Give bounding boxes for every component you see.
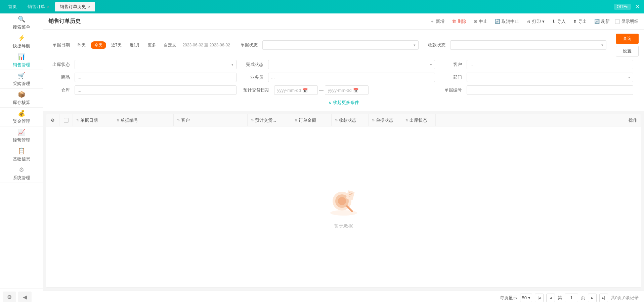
th-out-status[interactable]: ⇅ 出库状态: [402, 114, 436, 126]
date-btn-7days[interactable]: 近7天: [108, 41, 125, 49]
th-bill-status[interactable]: ⇅ 单据状态: [369, 114, 402, 126]
bill-no-label: 单据编号: [440, 87, 465, 93]
sidebar-item-quicknav[interactable]: ⚡ 快捷导航: [0, 32, 43, 51]
page-label-after: 页: [581, 295, 585, 301]
tab-sales-order[interactable]: 销售订单 ×: [23, 2, 54, 11]
display-dense-toggle[interactable]: 显示明细: [615, 18, 639, 25]
select-all-checkbox[interactable]: [64, 118, 69, 123]
sidebar-item-sales-label: 销售管理: [13, 62, 30, 68]
delivery-date-range: yyyy-mm-dd 📅 — yyyy-mm-dd 📅: [274, 85, 369, 95]
refresh-icon: 🔄: [594, 19, 600, 24]
th-customer[interactable]: ⇅ 客户: [174, 114, 248, 126]
tab-sales-order-close[interactable]: ×: [47, 5, 49, 9]
base-icon: 📋: [18, 147, 25, 155]
export-label: 导出: [578, 18, 587, 25]
import-label: 导入: [557, 18, 566, 25]
export-button[interactable]: ⬆ 导出: [571, 17, 589, 26]
tab-sales-order-history-close[interactable]: ×: [88, 5, 90, 9]
import-button[interactable]: ⬇ 导入: [550, 17, 568, 26]
product-input[interactable]: ...: [75, 73, 237, 82]
th-date[interactable]: ⇅ 单据日期: [73, 114, 113, 126]
salesman-input[interactable]: ...: [268, 73, 435, 82]
out-status-chevron-icon: ▾: [231, 63, 233, 67]
filter-dept-cell: 部门 ▾: [440, 73, 634, 82]
delivery-start-value: yyyy-mm-dd: [277, 88, 301, 93]
current-page-input[interactable]: [565, 294, 578, 302]
receipt-status-select[interactable]: ▾: [450, 40, 606, 50]
delivery-end-input[interactable]: yyyy-mm-dd 📅: [325, 85, 369, 95]
bill-no-input[interactable]: [467, 85, 634, 95]
th-customer-label: 客户: [181, 117, 190, 123]
tab-home[interactable]: 首页: [3, 2, 22, 11]
sort-date-icon: ⇅: [76, 118, 79, 122]
sidebar-item-search[interactable]: 🔍 搜索菜单: [0, 13, 43, 32]
filter-date-cell: 单据日期 昨天 今天 近7天 近1月 更多 自定义 2023-06-02 至 2…: [48, 41, 231, 49]
settings-button[interactable]: 设置: [616, 46, 639, 56]
last-page-button[interactable]: ▸|: [599, 294, 608, 302]
filter-row-3: 商品 ... 业务员 ... 部门 ▾: [48, 73, 639, 82]
th-receipt-status[interactable]: ⇅ 收款状态: [332, 114, 369, 126]
first-page-button[interactable]: |◂: [535, 294, 544, 302]
refresh-button[interactable]: 🔄 刷新: [592, 17, 612, 26]
sidebar-settings-button[interactable]: ⚙: [3, 292, 16, 302]
sidebar-item-finance[interactable]: 💰 资金管理: [0, 108, 43, 126]
next-page-button[interactable]: ▸: [588, 294, 597, 302]
per-page-chevron-icon: ▾: [528, 295, 530, 300]
sales-icon: 📊: [18, 53, 25, 61]
out-status-select[interactable]: ▾: [75, 60, 237, 69]
bill-status-select[interactable]: ▾: [262, 40, 419, 50]
delete-button[interactable]: 🗑 删除: [450, 17, 468, 26]
customer-input[interactable]: ...: [467, 60, 634, 69]
filter-bill-no-cell: 单据编号: [440, 85, 634, 95]
sidebar-item-base[interactable]: 📋 基础信息: [0, 145, 43, 164]
th-delivery[interactable]: ⇅ 预计交货...: [248, 114, 291, 126]
dept-select[interactable]: ▾: [467, 73, 634, 82]
sidebar-item-finance-label: 资金管理: [13, 118, 30, 124]
complete-status-select[interactable]: ▾: [268, 60, 435, 69]
warehouse-input[interactable]: ...: [75, 85, 237, 95]
stop-button[interactable]: ⊘ 中止: [472, 17, 489, 26]
date-btn-yesterday[interactable]: 昨天: [75, 41, 89, 49]
date-btn-1month[interactable]: 近1月: [127, 41, 143, 49]
new-label: 新增: [436, 18, 444, 25]
th-checkbox[interactable]: [59, 114, 73, 126]
tab-bar: 首页 销售订单 × 销售订单历史 ×: [3, 2, 614, 11]
tab-sales-order-history[interactable]: 销售订单历史 ×: [55, 2, 95, 11]
sidebar-item-purchase[interactable]: 🛒 采购管理: [0, 70, 43, 89]
tab-sales-order-label: 销售订单: [28, 4, 45, 10]
cancel-stop-button[interactable]: 🔄 取消中止: [493, 17, 521, 26]
th-gear[interactable]: ⚙: [46, 114, 59, 126]
delivery-end-value: yyyy-mm-dd: [328, 88, 352, 93]
th-no-label: 单据编号: [121, 117, 138, 123]
per-page-select[interactable]: 50 ▾: [520, 294, 532, 302]
svg-rect-5: [346, 190, 354, 200]
th-amount[interactable]: ⇅ 订单金额: [291, 114, 332, 126]
top-bar: 首页 销售订单 × 销售订单历史 × OfTEn ×: [0, 0, 644, 13]
window-close-button[interactable]: ×: [634, 3, 641, 10]
filter-customer-cell: 客户 ...: [440, 60, 634, 69]
display-dense-checkbox[interactable]: [615, 19, 620, 24]
date-btn-custom[interactable]: 自定义: [161, 41, 179, 49]
purchase-icon: 🛒: [18, 72, 25, 79]
salesman-dots: ...: [271, 75, 275, 80]
date-btn-today[interactable]: 今天: [91, 41, 106, 49]
th-action: 操作: [436, 114, 641, 126]
system-icon: ⚙: [19, 166, 24, 174]
date-label: 单据日期: [48, 42, 73, 48]
date-btn-more[interactable]: 更多: [145, 41, 159, 49]
sidebar-item-system[interactable]: ⚙ 系统管理: [0, 164, 43, 183]
collapse-more-button[interactable]: ∧ 收起更多条件: [48, 98, 639, 107]
per-page-label: 每页显示: [500, 295, 517, 301]
new-button[interactable]: ＋ 新增: [428, 17, 446, 26]
sidebar-item-operation[interactable]: 📈 经营管理: [0, 126, 43, 145]
stop-icon: ⊘: [474, 19, 477, 24]
prev-page-button[interactable]: ◂: [546, 294, 555, 302]
sidebar-item-sales[interactable]: 📊 销售管理: [0, 51, 43, 70]
print-button[interactable]: 🖨 打印 ▾: [524, 17, 547, 26]
sidebar-item-inventory[interactable]: 📦 库存核算: [0, 89, 43, 108]
delivery-start-input[interactable]: yyyy-mm-dd 📅: [274, 85, 318, 95]
th-bill-no[interactable]: ⇅ 单据编号: [113, 114, 174, 126]
query-button[interactable]: 查询: [616, 34, 639, 44]
filter-warehouse-cell: 仓库 ...: [48, 85, 237, 95]
sidebar-collapse-button[interactable]: ◀: [18, 292, 32, 302]
